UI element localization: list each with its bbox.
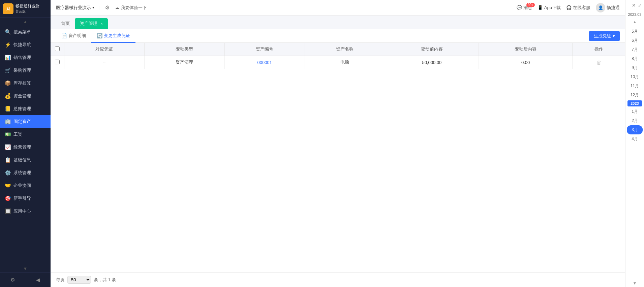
tab-active-label: 资产管理	[80, 21, 97, 26]
ledger-icon: 📒	[5, 106, 11, 112]
sidebar-item-enterprise[interactable]: 🤝企业协同	[0, 179, 51, 192]
date-scroll-down[interactable]: ▼	[625, 280, 644, 287]
tab-asset-detail[interactable]: 📄 资产明细	[56, 29, 91, 43]
per-page-label: 每页	[56, 277, 65, 283]
row-checkbox-0[interactable]	[55, 60, 60, 64]
date-scroll-up[interactable]: ▲	[625, 18, 644, 26]
sidebar-logo: 财 畅捷通好业财 普及版	[0, 0, 51, 18]
sidebar-label-search: 搜索菜单	[13, 29, 31, 35]
cell-after-change: 0.00	[479, 56, 573, 69]
online-service-btn[interactable]: 🎧 在线客服	[566, 5, 590, 11]
sidebar-label-salary: 工资	[13, 131, 22, 137]
experience-label: 我要体验一下	[121, 5, 147, 11]
date-item[interactable]: 9月	[625, 63, 644, 72]
date-item-3月[interactable]: 3月	[627, 125, 643, 134]
sidebar-label-finance: 资金管理	[13, 93, 31, 99]
online-service-label: 在线客服	[573, 5, 590, 11]
date-item[interactable]: 12月	[625, 91, 644, 100]
tab-home-label: 首页	[61, 21, 70, 26]
content-area: 📄 资产明细 🔄 变更生成凭证 生成凭证 ▾ 对应凭证	[51, 29, 625, 287]
username: 畅捷通	[607, 5, 620, 11]
date-item-1月[interactable]: 1月	[625, 107, 644, 116]
date-item[interactable]: 8月	[625, 54, 644, 63]
sidebar-item-guide[interactable]: 🎯新手引导	[0, 192, 51, 205]
right-panel: ✕ ⤢ 2023.03 ▲ 5月6月7月8月9月10月11月12月20231月2…	[625, 0, 644, 287]
collapse-icon[interactable]: ◀	[33, 276, 43, 284]
sidebar-item-salary[interactable]: 💵工资	[0, 128, 51, 141]
panel-year-month: 2023.03	[625, 11, 644, 18]
top-header: 医疗器械行业演示 ▾ | ⚙ ☁ 我要体验一下 💬 消息 99+ 📱 App下载…	[51, 0, 625, 15]
sidebar-label-sales: 销售管理	[13, 55, 31, 61]
panel-close-btn[interactable]: ✕	[631, 2, 637, 9]
logo-sub: 普及版	[16, 9, 40, 14]
page-size-select[interactable]: 50 10 20 100	[67, 276, 91, 284]
delete-icon[interactable]: 🗑	[596, 60, 602, 65]
date-item[interactable]: 5月	[625, 27, 644, 36]
table-header-row: 对应凭证 变动类型 资产编号 资产名称 变动前内容 变动后内容 操作	[51, 43, 625, 56]
tab-change-voucher[interactable]: 🔄 变更生成凭证	[91, 29, 135, 43]
logo-icon: 财	[3, 3, 13, 14]
sidebar-scroll-down[interactable]: ▼	[0, 265, 51, 273]
basic-info-icon: 📋	[5, 157, 11, 163]
sidebar-label-purchase: 采购管理	[13, 67, 31, 73]
sidebar-label-quick-nav: 快捷导航	[13, 42, 31, 48]
date-item-2月[interactable]: 2月	[625, 116, 644, 125]
panel-expand-btn[interactable]: ⤢	[637, 2, 643, 9]
date-item[interactable]: 7月	[625, 45, 644, 54]
select-all-checkbox[interactable]	[55, 46, 60, 51]
sidebar-item-finance[interactable]: 💰资金管理	[0, 90, 51, 102]
messages-badge: 99+	[526, 3, 535, 7]
experience-btn[interactable]: ☁ 我要体验一下	[115, 5, 147, 11]
sidebar-label-inventory: 库存核算	[13, 80, 31, 86]
sales-icon: 📊	[5, 55, 11, 61]
tab-home[interactable]: 首页	[56, 18, 75, 29]
cell-voucher: --	[64, 56, 144, 69]
app-download-label: App下载	[544, 5, 561, 11]
finance-icon: 💰	[5, 93, 11, 99]
company-name: 医疗器械行业演示	[56, 5, 91, 11]
sidebar-item-quick-nav[interactable]: ⚡快捷导航	[0, 38, 51, 51]
asset-detail-label: 资产明细	[68, 33, 86, 39]
sidebar-item-ledger[interactable]: 📒总账管理	[0, 102, 51, 115]
salary-icon: 💵	[5, 131, 11, 137]
col-header-voucher: 对应凭证	[64, 43, 144, 56]
sidebar-item-fixed-assets[interactable]: 🏢固定资产	[0, 115, 51, 128]
tab-close-icon[interactable]: ×	[101, 22, 103, 26]
sidebar-item-operations[interactable]: 📈经营管理	[0, 141, 51, 154]
sidebar-label-ledger: 总账管理	[13, 106, 31, 112]
sidebar-item-search[interactable]: 🔍搜索菜单	[0, 26, 51, 38]
tab-asset-management[interactable]: 资产管理 ×	[75, 18, 108, 29]
table-row: -- 资产清理 000001 电脑 50,000.00 0.00 🗑	[51, 56, 625, 69]
sidebar-item-purchase[interactable]: 🛒采购管理	[0, 64, 51, 77]
guide-icon: 🎯	[5, 195, 11, 201]
sidebar-item-basic-info[interactable]: 📋基础信息	[0, 154, 51, 166]
sidebar-item-inventory[interactable]: 📦库存核算	[0, 77, 51, 90]
company-selector[interactable]: 医疗器械行业演示 ▾	[56, 5, 94, 11]
year-badge-2023: 2023	[627, 100, 642, 106]
sidebar-item-system[interactable]: ⚙️系统管理	[0, 166, 51, 179]
generate-voucher-button[interactable]: 生成凭证 ▾	[589, 31, 620, 41]
asset-detail-icon: 📄	[61, 33, 67, 38]
sidebar-label-operations: 经营管理	[13, 144, 31, 150]
tab-bar: 首页 资产管理 ×	[51, 15, 625, 29]
settings-icon[interactable]: ⚙	[105, 4, 110, 11]
sidebar-scroll-up[interactable]: ▲	[0, 18, 51, 26]
settings-icon[interactable]: ⚙	[8, 276, 18, 284]
sidebar-label-guide: 新手引导	[13, 195, 31, 201]
date-item-4月[interactable]: 4月	[625, 134, 644, 144]
messages-btn[interactable]: 💬 消息 99+	[517, 5, 532, 11]
service-icon: 🎧	[566, 5, 572, 10]
date-item[interactable]: 11月	[625, 82, 644, 91]
sidebar-nav: 🔍搜索菜单⚡快捷导航📊销售管理🛒采购管理📦库存核算💰资金管理📒总账管理🏢固定资产…	[0, 26, 51, 265]
cell-operation: 🗑	[573, 56, 625, 69]
sidebar-item-sales[interactable]: 📊销售管理	[0, 51, 51, 64]
phone-icon: 📱	[538, 5, 543, 10]
sidebar-item-apps[interactable]: 🔲应用中心	[0, 205, 51, 218]
app-download-btn[interactable]: 📱 App下载	[538, 5, 561, 11]
sidebar-label-apps: 应用中心	[13, 208, 31, 214]
date-item[interactable]: 10月	[625, 72, 644, 82]
user-btn[interactable]: 👤 畅捷通	[596, 3, 620, 12]
table-body: -- 资产清理 000001 电脑 50,000.00 0.00 🗑	[51, 56, 625, 69]
sidebar-bottom: ⚙ ◀	[0, 273, 51, 287]
date-item[interactable]: 6月	[625, 36, 644, 45]
